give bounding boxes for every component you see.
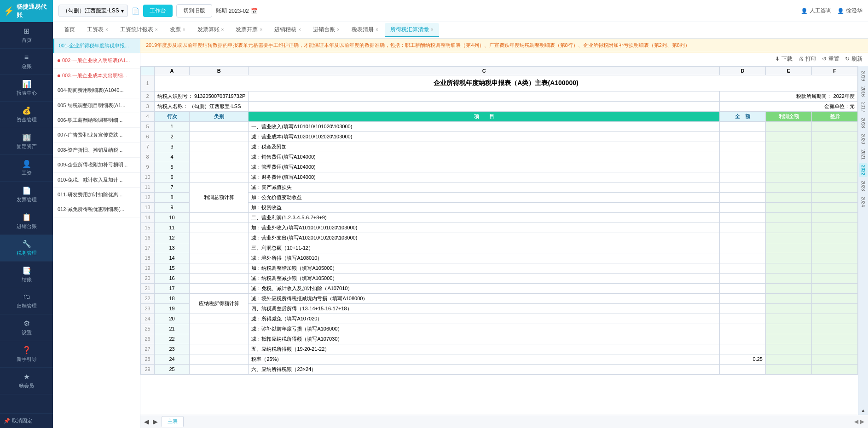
sidebar-item-guide[interactable]: ❓ 新手引导 (0, 341, 53, 368)
tab-payroll-stats-close[interactable]: × (155, 27, 158, 32)
tab-home-label: 首页 (64, 26, 75, 34)
purchases-icon: 📋 (22, 213, 31, 222)
sheet-tab-main[interactable]: 主表 (162, 416, 184, 427)
logo-icon: ⚡ (4, 6, 14, 16)
reports-icon: 📊 (22, 80, 31, 88)
sidebar-item-payroll[interactable]: 👤 工资 (0, 155, 53, 182)
left-item-009[interactable]: 009-企业所得税附加补亏损明... (53, 158, 140, 172)
tab-label: 工资表 (87, 26, 104, 34)
table-row: 11 7 利润总额计算 减：资产减值损失 (141, 182, 858, 192)
left-item-005[interactable]: 005-纳税调整项目明细表(A1... (53, 98, 140, 113)
year-2022[interactable]: 2022 (859, 163, 868, 177)
guide-icon: ❓ (22, 346, 31, 354)
tab-invoice-open[interactable]: 发票开票× (230, 23, 268, 37)
pin-icon: 📌 (4, 418, 10, 424)
tab-audit-close[interactable]: × (298, 27, 301, 32)
download-btn[interactable]: ⬇ 下载 (775, 55, 793, 63)
tab-ledger-close[interactable]: × (337, 27, 340, 32)
workbench-button[interactable]: 工作台 (143, 5, 173, 17)
left-item-002[interactable]: 002-一般企业收入明细表(A1... (53, 53, 140, 68)
ai-consult-btn[interactable]: 👤 人工咨询 (801, 7, 832, 15)
refresh-btn[interactable]: ↻ 刷新 (845, 55, 862, 63)
tab-invoice-close[interactable]: × (183, 27, 185, 32)
left-item-006[interactable]: 006-职工薪酬纳税调整明细... (53, 113, 140, 128)
left-item-008[interactable]: 008-资产折旧、摊销及纳税... (53, 143, 140, 158)
tab-invoice[interactable]: 发票× (164, 23, 191, 37)
tab-label: 进销稽核 (274, 26, 296, 34)
year-2019[interactable]: 2019 (860, 69, 867, 83)
sheet-nav-prev[interactable]: ◀ (144, 418, 149, 425)
left-item-011[interactable]: 011-研发费用加计扣除优惠... (53, 188, 140, 202)
year-2017[interactable]: 2017 (860, 100, 867, 114)
table-row: 21 17 减：免税、减计收入及加计扣除（A107010） (141, 283, 858, 293)
left-item-001[interactable]: 001-企业所得税年度纳税申报... (53, 39, 140, 53)
reset-btn[interactable]: ↺ 重置 (822, 55, 839, 63)
left-item-003[interactable]: 003-一般企业成本支出明细... (53, 68, 140, 83)
sidebar-item-ledger[interactable]: ≡ 总账 (0, 49, 53, 75)
left-item-012[interactable]: 012-减免所得税优惠明细表(... (53, 202, 140, 217)
year-2021[interactable]: 2021 (860, 148, 867, 161)
download-label: 下载 (781, 55, 793, 63)
company-selector[interactable]: （勾删）江西服宝-LSS ▾ (58, 5, 128, 17)
sidebar-nav: ⊞ 首页 ≡ 总账 📊 报表中心 💰 资金管理 🏢 固定资产 👤 工资 📄 发票… (0, 22, 53, 413)
tab-audit[interactable]: 进销稽核× (269, 23, 307, 37)
left-item-007[interactable]: 007-广告费和业务宣传费跌... (53, 128, 140, 143)
sidebar-pin-btn[interactable]: 📌 取消固定 (0, 413, 53, 428)
sidebar-item-assets[interactable]: 🏢 固定资产 (0, 128, 53, 155)
sidebar-item-label: 工资 (22, 170, 32, 177)
year-2016[interactable]: 2016 (860, 85, 867, 98)
tab-payroll-close[interactable]: × (105, 27, 108, 32)
col-header-c: C (249, 66, 720, 75)
sidebar-item-settings[interactable]: ⚙ 设置 (0, 314, 53, 341)
sidebar-item-home[interactable]: ⊞ 首页 (0, 22, 53, 49)
left-item-004[interactable]: 004-期间费用明细表(A1040... (53, 83, 140, 98)
tab-invoice-calc[interactable]: 发票算账× (192, 23, 230, 37)
tab-payroll-stats[interactable]: 工资统计报表× (115, 23, 163, 37)
year-2020[interactable]: 2020 (860, 132, 867, 146)
sidebar-item-funds[interactable]: 💰 资金管理 (0, 102, 53, 128)
sidebar-item-label: 固定资产 (17, 143, 37, 150)
scroll-right-icon[interactable]: ▶ (860, 418, 864, 425)
print-btn[interactable]: 🖨 打印 (798, 55, 816, 63)
period-cell (249, 91, 720, 101)
sidebar-item-label: 设置 (22, 329, 32, 336)
sidebar-item-member[interactable]: ★ 畅会员 (0, 368, 53, 394)
sidebar-item-close[interactable]: 📑 结账 (0, 262, 53, 288)
right-nav-arrow-up[interactable]: ▲ (861, 408, 866, 413)
chevron-down-icon: ▾ (121, 8, 124, 14)
switch-old-button[interactable]: 切到旧版 (176, 4, 212, 17)
table-row: 23 19 四、纳税调整后所得（13-14+15-16-17+18） (141, 303, 858, 314)
tab-tax-list-close[interactable]: × (376, 27, 378, 32)
tab-label: 税表清册 (352, 26, 374, 34)
year-2018[interactable]: 2018 (860, 116, 867, 130)
table-row: 1 企业所得税年度纳税申报表（A类）主表(A100000) (141, 75, 858, 91)
sidebar-item-reports[interactable]: 📊 报表中心 (0, 75, 53, 102)
archive-icon: 🗂 (23, 293, 30, 301)
tab-income-tax-close[interactable]: × (431, 27, 434, 32)
tab-payroll[interactable]: 工资表× (81, 23, 114, 37)
table-row: 10 6 减：财务费用(填写A104000) (141, 172, 858, 182)
sidebar-item-invoice[interactable]: 📄 发票管理 (0, 182, 53, 208)
sidebar-item-archive[interactable]: 🗂 归档管理 (0, 288, 53, 314)
year-2023[interactable]: 2023 (860, 179, 867, 193)
tab-income-tax[interactable]: 所得税汇算清缴× (385, 23, 439, 37)
table-row: 28 24 税率（25%） 0.25 (141, 354, 858, 364)
tab-home[interactable]: 首页 (58, 23, 81, 37)
main-content: 2019年度步及取以前年度结转数据的申报表单元格需要手工维护正确，才能保证本年及… (140, 39, 868, 428)
sheet-nav-next[interactable]: ▶ (153, 418, 158, 425)
user-profile-btn[interactable]: 👤 徐澄华 (837, 7, 862, 15)
tab-invoice-open-close[interactable]: × (260, 27, 262, 32)
year-2024[interactable]: 2024 (860, 195, 867, 209)
tab-invoice-calc-close[interactable]: × (221, 27, 224, 32)
tab-ledger[interactable]: 进销台账× (307, 23, 345, 37)
logo-text: 畅捷通易代账 (17, 3, 49, 19)
tab-label: 工资统计报表 (120, 26, 153, 34)
left-panel: 001-企业所得税年度纳税申报... 002-一般企业收入明细表(A1... 0… (53, 39, 140, 428)
sidebar-item-purchases[interactable]: 📋 进销台账 (0, 208, 53, 235)
col-xiangmu-header: 项 目 (249, 111, 720, 121)
sheet-tab-bar: ◀ ▶ 主表 ◀ ▶ (140, 415, 868, 428)
left-item-010[interactable]: 010-免税、减计收入及加计... (53, 173, 140, 188)
scroll-left-icon[interactable]: ◀ (854, 418, 858, 425)
tab-tax-list[interactable]: 税表清册× (346, 23, 384, 37)
sidebar-item-tax[interactable]: 🔧 税务管理 (0, 235, 53, 262)
